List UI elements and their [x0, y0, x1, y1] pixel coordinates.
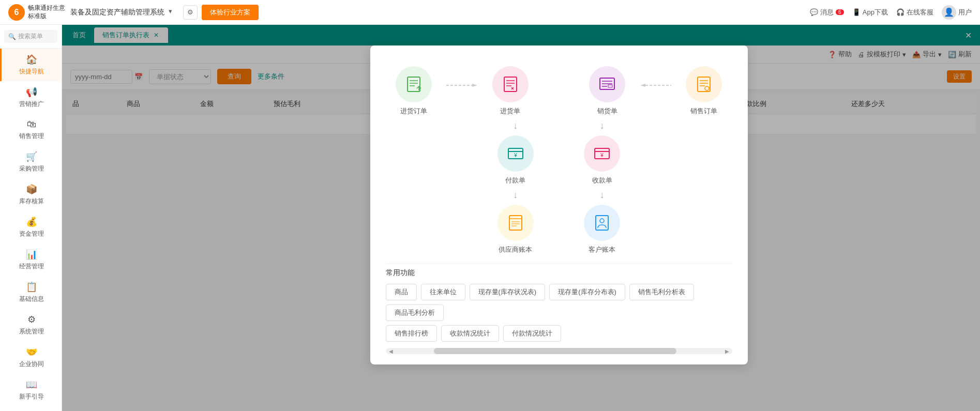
sidebar: 🔍 搜索菜单 🏠 快捷导航 📢 营销推广 🛍 销售管理 🛒 采购管理 📦 库存核…	[0, 25, 62, 411]
flow-node-sales-order[interactable]: 销售订单	[681, 61, 727, 121]
sidebar-item-finance[interactable]: 💰 资金管理	[0, 211, 62, 243]
svg-marker-16	[640, 84, 645, 87]
purchase-order-circle	[396, 66, 432, 102]
flow-node-purchase-bill[interactable]: 进货单	[487, 61, 534, 121]
purchase-order-label: 进货订单	[400, 106, 427, 116]
payment-label: 付款单	[505, 176, 525, 185]
col3-customer: ↓ 客户账本	[579, 190, 625, 260]
sidebar-item-quick-nav[interactable]: 🏠 快捷导航	[0, 49, 62, 81]
col3-receipt: ↓ ¥ 收款单	[579, 121, 625, 190]
func-btn-product[interactable]: 商品	[386, 284, 417, 300]
func-btn-counterpart[interactable]: 往来单位	[421, 284, 465, 300]
user-avatar-area[interactable]: 👤 用户	[942, 5, 972, 20]
online-service-action[interactable]: 🎧 在线客服	[896, 8, 933, 17]
dropdown-icon[interactable]: ▾	[169, 7, 179, 18]
experience-button[interactable]: 体验行业方案	[202, 5, 259, 20]
sidebar-item-system[interactable]: ⚙ 系统管理	[0, 309, 62, 341]
sidebar-item-operation[interactable]: 📊 经营管理	[0, 243, 62, 276]
customer-ledger-circle	[584, 205, 620, 241]
supplier-ledger-icon	[506, 214, 525, 232]
common-functions-title: 常用功能	[386, 268, 732, 278]
sales-order-circle	[686, 66, 722, 102]
sidebar-item-label: 基础信息	[19, 295, 44, 303]
svg-point-22	[705, 86, 709, 90]
receipt-label: 收款单	[592, 176, 612, 185]
service-label: 在线客服	[907, 8, 933, 17]
scroll-right-icon[interactable]: ▶	[722, 348, 732, 354]
flow-node-sales-bill[interactable]: 销货单	[584, 61, 630, 121]
purchase-bill-label: 进货单	[500, 106, 520, 116]
sales-bill-icon	[598, 75, 616, 94]
func-btn-receipt-stats[interactable]: 收款情况统计	[441, 325, 499, 342]
header-right: 💬 消息 6 📱 App下载 🎧 在线客服 👤 用户	[810, 5, 972, 20]
arrow-dashed-1	[446, 82, 477, 88]
app-download-action[interactable]: 📱 App下载	[852, 8, 888, 17]
receipt-icon: ¥	[593, 144, 611, 163]
sidebar-item-label: 系统管理	[19, 327, 44, 336]
svg-marker-6	[472, 84, 477, 87]
system-icon: ⚙	[27, 314, 36, 325]
func-btn-inventory-dist[interactable]: 现存量(库存分布表)	[549, 284, 625, 300]
func-btn-product-gross[interactable]: 商品毛利分析	[386, 305, 444, 321]
sidebar-item-purchase[interactable]: 🛒 采购管理	[0, 146, 62, 178]
sidebar-item-label: 销售管理	[19, 132, 44, 141]
arrow-down-receipt: ↓	[600, 121, 605, 130]
popup-scrollbar[interactable]: ◀ ▶	[386, 348, 732, 354]
arrow-dashed-2	[640, 82, 671, 88]
collab-icon: 🤝	[26, 346, 37, 358]
func-btn-payment-stats[interactable]: 付款情况统计	[503, 325, 561, 342]
app-icon: 📱	[852, 8, 861, 16]
flow-node-customer-ledger[interactable]: 客户账本	[579, 200, 625, 260]
sidebar-item-label: 库存核算	[19, 197, 44, 206]
sidebar-item-sales[interactable]: 🛍 销售管理	[0, 114, 62, 146]
sidebar-item-basic[interactable]: 📋 基础信息	[0, 276, 62, 309]
col2-payment: ↓ ¥ 付款单	[492, 121, 539, 190]
sidebar-item-label: 采购管理	[19, 164, 44, 173]
sidebar-item-marketing[interactable]: 📢 营销推广	[0, 81, 62, 114]
arrow-down-supplier: ↓	[513, 190, 518, 200]
scrollbar-thumb[interactable]	[434, 348, 676, 354]
supplier-ledger-label: 供应商账本	[499, 245, 532, 254]
message-label: 消息	[820, 8, 834, 17]
message-icon: 💬	[810, 8, 818, 16]
sidebar-item-guide[interactable]: 📖 新手引导	[0, 374, 62, 406]
search-menu-button[interactable]: 🔍 搜索菜单	[4, 30, 57, 43]
flow-node-supplier-ledger[interactable]: 供应商账本	[492, 200, 539, 260]
sidebar-item-label: 营销推广	[19, 100, 44, 109]
sidebar-item-label: 资金管理	[19, 230, 44, 238]
system-title: 装备及固定资产辅助管理系统	[70, 8, 164, 17]
message-action[interactable]: 💬 消息 6	[810, 8, 844, 17]
flow-row-1: 进货订单	[386, 61, 732, 121]
flow-node-receipt[interactable]: ¥ 收款单	[579, 130, 625, 190]
func-btn-sales-ranking[interactable]: 销售排行榜	[386, 325, 437, 342]
payment-circle: ¥	[497, 135, 534, 172]
flow-diagram: 进货订单	[386, 61, 732, 260]
sidebar-search-area[interactable]: 🔍 搜索菜单	[0, 25, 62, 49]
scroll-left-icon[interactable]: ◀	[386, 348, 396, 354]
purchase-order-icon	[404, 75, 423, 94]
sales-order-node-label: 销售订单	[690, 106, 717, 116]
main-layout: 🔍 搜索菜单 🏠 快捷导航 📢 营销推广 🛍 销售管理 🛒 采购管理 📦 库存核…	[0, 25, 980, 411]
sidebar-item-collab[interactable]: 🤝 企业协同	[0, 341, 62, 374]
flow-node-purchase-order[interactable]: 进货订单	[390, 61, 437, 121]
message-badge: 6	[836, 9, 844, 15]
customer-ledger-label: 客户账本	[589, 245, 615, 254]
logo-area: 6 畅康通好生意 标准版	[8, 4, 70, 21]
svg-rect-29	[509, 216, 522, 230]
func-btn-sales-gross[interactable]: 销售毛利分析表	[629, 284, 694, 300]
sales-icon: 🛍	[27, 119, 36, 130]
func-btn-inventory-status[interactable]: 现存量(库存状况表)	[470, 284, 546, 300]
system-title-area: 装备及固定资产辅助管理系统 ▾ ⚙ 体验行业方案	[70, 5, 810, 20]
svg-rect-0	[408, 77, 420, 92]
settings-button[interactable]: ⚙	[183, 5, 198, 20]
svg-rect-7	[504, 77, 517, 92]
func-buttons-row1: 商品 往来单位 现存量(库存状况表) 现存量(库存分布表) 销售毛利分析表 商品…	[386, 284, 732, 321]
sidebar-item-label: 经营管理	[19, 262, 44, 271]
svg-rect-15	[608, 85, 612, 87]
sales-order-icon	[695, 75, 713, 94]
sidebar-item-inventory[interactable]: 📦 库存核算	[0, 178, 62, 211]
flow-node-payment[interactable]: ¥ 付款单	[492, 130, 539, 190]
finance-icon: 💰	[26, 216, 37, 227]
logo-text: 畅康通好生意 标准版	[28, 4, 65, 20]
app-label: App下载	[863, 8, 888, 17]
